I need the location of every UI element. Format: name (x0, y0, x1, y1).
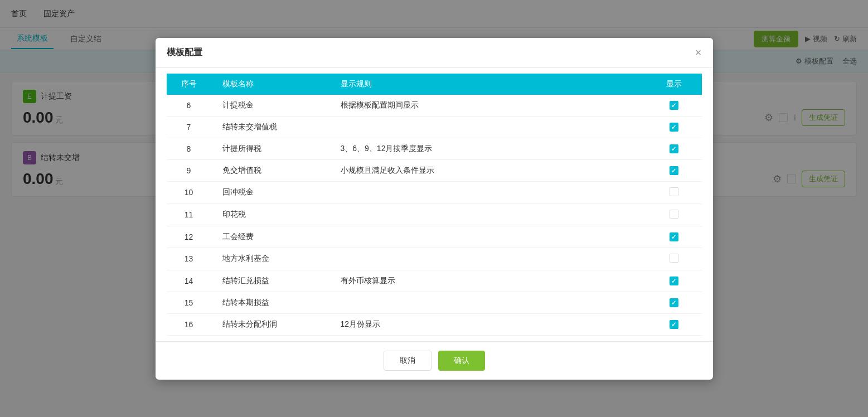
checkbox-unchecked[interactable] (670, 187, 678, 196)
table-scroll-container[interactable]: 序号 模板名称 显示规则 显示 6计提税金根据模板配置期间显示7结转未交增值税8… (167, 74, 702, 336)
table-row: 12工会经费 (167, 226, 702, 248)
cell-rule: 根据模板配置期间显示 (334, 95, 646, 117)
table-row: 14结转汇兑损益有外币核算显示 (167, 270, 702, 292)
table-row: 7结转未交增值税 (167, 116, 702, 138)
cell-rule (334, 203, 646, 226)
table-row: 13地方水利基金 (167, 248, 702, 270)
table-row: 11印花税 (167, 203, 702, 226)
cell-checkbox[interactable] (646, 181, 702, 203)
checkbox-unchecked[interactable] (670, 210, 678, 219)
checkbox-checked[interactable] (670, 232, 678, 241)
checkbox-checked[interactable] (670, 298, 678, 307)
cell-checkbox[interactable] (646, 226, 702, 248)
table-row: 10回冲税金 (167, 181, 702, 203)
config-table: 序号 模板名称 显示规则 显示 6计提税金根据模板配置期间显示7结转未交增值税8… (167, 74, 702, 336)
cell-index: 6 (167, 95, 211, 117)
cell-checkbox[interactable] (646, 95, 702, 117)
cell-name: 工会经费 (211, 226, 334, 248)
cell-index: 7 (167, 116, 211, 138)
checkbox-checked[interactable] (670, 166, 678, 175)
cell-name: 印花税 (211, 203, 334, 226)
checkbox-unchecked[interactable] (670, 254, 678, 263)
modal-header: 模板配置 × (156, 38, 713, 68)
modal-title: 模板配置 (167, 47, 202, 59)
table-body: 6计提税金根据模板配置期间显示7结转未交增值税8计提所得税3、6、9、12月按季… (167, 95, 702, 336)
table-row: 9免交增值税小规模且满足收入条件显示 (167, 159, 702, 181)
table-row: 16结转未分配利润12月份显示 (167, 313, 702, 335)
cell-name: 计提税金 (211, 95, 334, 117)
modal-overlay: 模板配置 × 序号 模板名称 显示规则 显示 6计提税金根据模板配置期间显 (0, 0, 868, 417)
cell-checkbox[interactable] (646, 292, 702, 313)
cell-index: 16 (167, 313, 211, 335)
th-name: 模板名称 (211, 74, 334, 95)
cell-checkbox[interactable] (646, 138, 702, 159)
cell-checkbox[interactable] (646, 313, 702, 335)
cell-index: 15 (167, 292, 211, 313)
cell-index: 8 (167, 138, 211, 159)
cell-rule (334, 116, 646, 138)
cell-name: 结转未交增值税 (211, 116, 334, 138)
confirm-button[interactable]: 确认 (438, 351, 485, 371)
cell-index: 9 (167, 159, 211, 181)
table-row: 15结转本期损益 (167, 292, 702, 313)
cell-rule: 小规模且满足收入条件显示 (334, 159, 646, 181)
cell-rule: 12月份显示 (334, 313, 646, 335)
cell-checkbox[interactable] (646, 270, 702, 292)
cell-index: 13 (167, 248, 211, 270)
table-row: 8计提所得税3、6、9、12月按季度显示 (167, 138, 702, 159)
cell-name: 结转汇兑损益 (211, 270, 334, 292)
cell-index: 14 (167, 270, 211, 292)
checkbox-checked[interactable] (670, 144, 678, 153)
cell-rule (334, 226, 646, 248)
checkbox-checked[interactable] (670, 101, 678, 110)
cell-rule (334, 292, 646, 313)
th-index: 序号 (167, 74, 211, 95)
cell-name: 免交增值税 (211, 159, 334, 181)
cell-index: 10 (167, 181, 211, 203)
checkbox-checked[interactable] (670, 320, 678, 329)
cell-index: 11 (167, 203, 211, 226)
cell-index: 12 (167, 226, 211, 248)
cell-name: 回冲税金 (211, 181, 334, 203)
template-config-modal: 模板配置 × 序号 模板名称 显示规则 显示 6计提税金根据模板配置期间显 (156, 38, 713, 380)
cell-name: 结转本期损益 (211, 292, 334, 313)
modal-footer: 取消 确认 (156, 341, 713, 380)
table-header-row: 序号 模板名称 显示规则 显示 (167, 74, 702, 95)
cell-name: 地方水利基金 (211, 248, 334, 270)
checkbox-checked[interactable] (670, 277, 678, 285)
modal-body: 序号 模板名称 显示规则 显示 6计提税金根据模板配置期间显示7结转未交增值税8… (156, 68, 713, 341)
th-display: 显示 (646, 74, 702, 95)
cell-checkbox[interactable] (646, 116, 702, 138)
cell-rule: 3、6、9、12月按季度显示 (334, 138, 646, 159)
table-row: 6计提税金根据模板配置期间显示 (167, 95, 702, 117)
th-rule: 显示规则 (334, 74, 646, 95)
cell-name: 计提所得税 (211, 138, 334, 159)
cancel-button[interactable]: 取消 (384, 351, 431, 371)
cell-checkbox[interactable] (646, 203, 702, 226)
cell-name: 结转未分配利润 (211, 313, 334, 335)
checkbox-checked[interactable] (670, 123, 678, 132)
cell-rule (334, 248, 646, 270)
modal-close-button[interactable]: × (695, 47, 702, 58)
cell-rule (334, 181, 646, 203)
cell-checkbox[interactable] (646, 159, 702, 181)
cell-checkbox[interactable] (646, 248, 702, 270)
cell-rule: 有外币核算显示 (334, 270, 646, 292)
